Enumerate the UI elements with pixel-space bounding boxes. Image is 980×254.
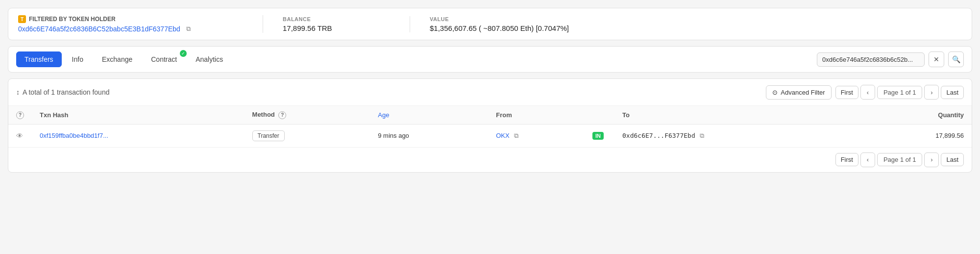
row-age-cell: 9 mins ago: [370, 124, 488, 147]
row-quantity-value: 17,899.56: [935, 132, 964, 139]
search-icon: 🔍: [952, 55, 960, 63]
token-holder-label: T FILTERED BY TOKEN HOLDER: [18, 15, 243, 23]
filter-icon: ⊙: [772, 89, 778, 96]
transaction-count: A total of 1 transaction found: [23, 88, 109, 96]
col-method-help[interactable]: ?: [278, 111, 286, 119]
page-info-top: Page 1 of 1: [877, 86, 923, 99]
top-pagination: First ‹ Page 1 of 1 › Last: [835, 85, 964, 100]
col-txhash: Txn Hash: [32, 106, 245, 124]
row-to-address: 0xd6c6E7...F6377Ebd: [622, 132, 695, 139]
token-holder-address[interactable]: 0xd6c6E746a5f2c6836B6C52babc5E3B1dF6377E…: [18, 25, 180, 33]
prev-page-button-bottom[interactable]: ‹: [860, 152, 875, 167]
toolbar-right: ⊙ Advanced Filter First ‹ Page 1 of 1 › …: [766, 85, 964, 100]
last-page-button-bottom[interactable]: Last: [941, 153, 964, 166]
contract-check-icon: ✓: [180, 50, 187, 57]
tabs-right: ✕ 🔍: [817, 51, 964, 67]
tab-transfers[interactable]: Transfers: [16, 51, 62, 67]
table-toolbar: ↕ A total of 1 transaction found ⊙ Advan…: [8, 79, 972, 106]
row-from-link[interactable]: OKX: [496, 132, 509, 139]
value-section: VALUE $1,356,607.65 ( ~807.8050 Eth) [0.…: [410, 16, 962, 32]
col-method: Method ?: [245, 106, 370, 124]
col-from-label: From: [496, 111, 512, 119]
table-card: ↕ A total of 1 transaction found ⊙ Advan…: [8, 78, 972, 173]
next-page-button-bottom[interactable]: ›: [924, 152, 939, 167]
clear-search-button[interactable]: ✕: [929, 51, 944, 67]
row-txhash-link[interactable]: 0xf159ffba0be4bbd1f7...: [40, 132, 108, 139]
tab-info[interactable]: Info: [64, 51, 92, 67]
col-to-address: To: [614, 106, 860, 124]
row-txhash-cell: 0xf159ffba0be4bbd1f7...: [32, 124, 245, 147]
tabs-row: Transfers Info Exchange Contract ✓ Analy…: [8, 46, 972, 73]
col-quantity: Quantity: [861, 106, 972, 124]
advanced-filter-label: Advanced Filter: [781, 89, 825, 96]
col-to-label: To: [622, 111, 630, 119]
table-header: ? Txn Hash Method ? Age From: [8, 106, 972, 124]
row-quantity-cell: 17,899.56: [861, 124, 972, 147]
last-page-button-top[interactable]: Last: [941, 86, 964, 99]
sort-icon: ↕: [16, 88, 20, 96]
table-row: 👁 0xf159ffba0be4bbd1f7... Transfer 9 min…: [8, 124, 972, 147]
token-icon: T: [18, 15, 26, 23]
balance-value: 17,899.56 TRB: [283, 24, 390, 32]
table-body: 👁 0xf159ffba0be4bbd1f7... Transfer 9 min…: [8, 124, 972, 147]
col-method-label: Method: [252, 111, 275, 118]
info-card-left: T FILTERED BY TOKEN HOLDER 0xd6c6E746a5f…: [18, 15, 263, 33]
copy-to-icon[interactable]: ⧉: [700, 132, 704, 140]
col-txhash-label: Txn Hash: [40, 111, 69, 119]
first-page-button-top[interactable]: First: [835, 86, 858, 99]
copy-address-icon[interactable]: ⧉: [186, 25, 191, 33]
page-info-bottom: Page 1 of 1: [877, 153, 923, 166]
info-card: T FILTERED BY TOKEN HOLDER 0xd6c6E746a5f…: [8, 8, 972, 40]
tab-contract[interactable]: Contract ✓: [143, 51, 185, 67]
row-eye-cell: 👁: [8, 124, 32, 147]
col-eye-help[interactable]: ?: [16, 111, 24, 119]
col-from: From: [488, 106, 585, 124]
advanced-filter-button[interactable]: ⊙ Advanced Filter: [766, 85, 831, 100]
col-age-label[interactable]: Age: [378, 111, 389, 119]
row-age-value: 9 mins ago: [378, 132, 409, 139]
value-label: VALUE: [430, 16, 962, 22]
copy-from-icon[interactable]: ⧉: [514, 132, 518, 140]
balance-section: BALANCE 17,899.56 TRB: [263, 16, 410, 32]
tab-analytics[interactable]: Analytics: [187, 51, 231, 67]
row-to-cell: 0xd6c6E7...F6377Ebd ⧉: [614, 124, 860, 147]
bottom-toolbar: First ‹ Page 1 of 1 › Last: [8, 147, 972, 172]
table-header-row: ? Txn Hash Method ? Age From: [8, 106, 972, 124]
next-page-button-top[interactable]: ›: [924, 85, 939, 100]
col-age: Age: [370, 106, 488, 124]
search-button[interactable]: 🔍: [948, 51, 964, 67]
search-address-input[interactable]: [817, 52, 925, 67]
col-quantity-label: Quantity: [938, 111, 964, 119]
toolbar-left: ↕ A total of 1 transaction found: [16, 88, 766, 96]
prev-page-button-top[interactable]: ‹: [860, 85, 875, 100]
filtered-by-label: FILTERED BY TOKEN HOLDER: [29, 16, 116, 23]
tab-exchange[interactable]: Exchange: [94, 51, 141, 67]
balance-label: BALANCE: [283, 16, 390, 22]
row-direction-cell: IN: [585, 124, 614, 147]
col-eye: ?: [8, 106, 32, 124]
row-direction-badge: IN: [592, 132, 604, 140]
row-eye-icon[interactable]: 👁: [16, 132, 23, 140]
col-to: [585, 106, 614, 124]
value-value: $1,356,607.65 ( ~807.8050 Eth) [0.7047%]: [430, 24, 962, 32]
row-method-cell: Transfer: [245, 124, 370, 147]
row-method-badge: Transfer: [252, 130, 285, 141]
first-page-button-bottom[interactable]: First: [835, 153, 858, 166]
row-from-cell: OKX ⧉: [488, 124, 585, 147]
tabs-left: Transfers Info Exchange Contract ✓ Analy…: [16, 51, 817, 67]
transfers-table: ? Txn Hash Method ? Age From: [8, 106, 972, 147]
